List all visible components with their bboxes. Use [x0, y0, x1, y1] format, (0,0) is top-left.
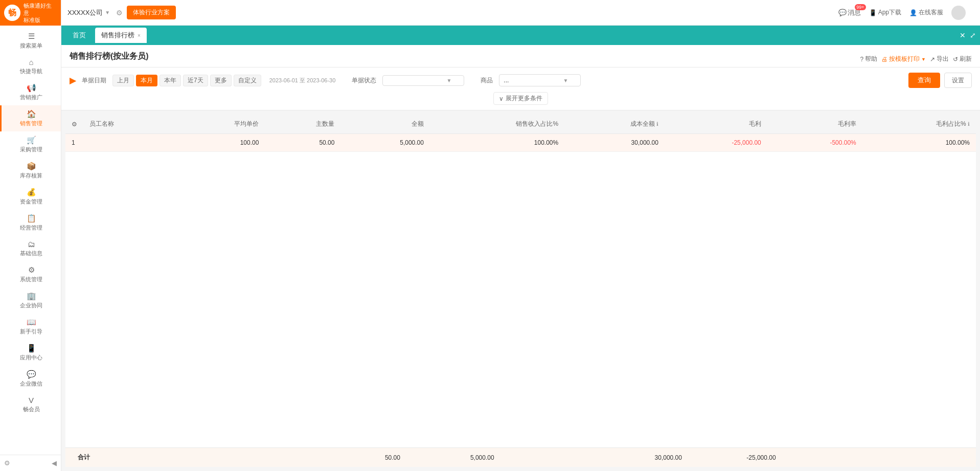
refresh-button[interactable]: ↺ 刷新: [953, 55, 972, 63]
data-table-wrapper: ⚙ 员工名称 平均单价 主数量 全额 销售收入占比% 成本全额 ℹ 毛利 毛利率…: [65, 115, 976, 447]
th-amount: 全额: [340, 115, 430, 134]
sidebar-item-finance-label: 资金管理: [20, 198, 42, 206]
sidebar-item-member-label: 畅会员: [23, 406, 40, 413]
message-badge: 99+: [855, 4, 865, 10]
sidebar-item-system[interactable]: ⚙ 系统管理: [0, 261, 61, 287]
help-icon: ?: [860, 56, 863, 63]
sidebar-settings-icon[interactable]: ⚙: [4, 459, 10, 467]
th-gross: 毛利: [665, 115, 767, 134]
date-range: 2023-06-01 至 2023-06-30: [269, 77, 336, 84]
this-year-btn[interactable]: 本年: [159, 75, 181, 86]
goods-label: 商品: [481, 76, 493, 85]
this-month-btn[interactable]: 本月: [136, 75, 157, 86]
tab-close-icon[interactable]: ×: [138, 33, 141, 38]
service-label: 在线客服: [919, 8, 943, 17]
sidebar-item-member[interactable]: V 畅会员: [0, 392, 61, 417]
sidebar-collapse-icon[interactable]: ◀: [52, 459, 57, 467]
cell-quantity: 50.00: [265, 134, 340, 152]
sales-icon: 🏠: [27, 109, 36, 119]
cell-rank: 1: [65, 134, 83, 152]
sidebar-item-quicknav[interactable]: ⌂ 快捷导航: [0, 54, 61, 79]
sidebar-item-sales[interactable]: 🏠 销售管理: [0, 105, 61, 131]
company-name: XXXXX公司: [67, 8, 103, 17]
goods-select[interactable]: ... ▼: [499, 74, 581, 86]
content-area: 销售排行榜(按业务员) ? 帮助 🖨 按模板打印 ▼ ↗ 导出 ↺ 刷新: [61, 45, 980, 471]
system-icon: ⚙: [28, 265, 35, 275]
online-service-button[interactable]: 👤 在线客服: [909, 8, 943, 17]
logo-line1: 畅康通好生意: [24, 2, 57, 17]
sidebar-item-operations[interactable]: 📋 经营管理: [0, 210, 61, 236]
tabbar: 首页 销售排行榜 × ✕ ⤢: [61, 26, 980, 45]
page-title: 销售排行榜(按业务员): [70, 51, 149, 67]
footer-label: 合计: [78, 454, 90, 461]
logo-line2: 标准版: [24, 16, 57, 24]
settings-button[interactable]: 设置: [944, 73, 972, 88]
custom-btn[interactable]: 自定义: [234, 75, 261, 86]
enterprise-icon: 🏢: [27, 291, 36, 301]
sidebar-item-appcenter[interactable]: 📱 应用中心: [0, 340, 61, 366]
sidebar-item-enterprise[interactable]: 🏢 企业协同: [0, 287, 61, 313]
help-button[interactable]: ? 帮助: [860, 55, 877, 63]
message-button[interactable]: 💬 消息 99+: [838, 8, 861, 17]
footer-label-cell: 合计: [72, 453, 125, 462]
status-chevron-icon: ▼: [446, 78, 451, 83]
sidebar-item-inventory-label: 库存核算: [20, 172, 42, 180]
more-btn[interactable]: 更多: [210, 75, 232, 86]
cell-cost: 30,000.00: [564, 134, 665, 152]
company-selector[interactable]: XXXXX公司 ▼: [67, 8, 110, 17]
sidebar-item-finance[interactable]: 💰 资金管理: [0, 184, 61, 210]
status-select[interactable]: ▼: [382, 75, 464, 86]
window-maximize-icon[interactable]: ⤢: [970, 31, 976, 39]
sidebar-item-search[interactable]: ☰ 搜索菜单: [0, 28, 61, 54]
filter-expand-icon[interactable]: ▶: [70, 76, 76, 85]
sidebar-item-marketing-label: 营销推广: [20, 94, 42, 101]
cost-info-icon: ℹ: [656, 121, 658, 127]
wechat-icon: 💬: [27, 370, 36, 379]
cell-name: [83, 134, 174, 152]
sidebar-item-wechat[interactable]: 💬 企业微信: [0, 366, 61, 392]
search-button[interactable]: 查询: [908, 73, 940, 88]
sidebar-item-guide[interactable]: 📖 新手引导: [0, 313, 61, 340]
message-icon: 💬: [838, 9, 847, 16]
finance-icon: 💰: [27, 188, 36, 197]
basicinfo-icon: 🗂: [28, 240, 35, 249]
sidebar-item-purchase[interactable]: 🛒 采购管理: [0, 131, 61, 158]
cell-amount: 5,000.00: [340, 134, 430, 152]
help-label: 帮助: [865, 55, 877, 63]
th-settings[interactable]: ⚙: [65, 115, 83, 134]
expand-conditions-button[interactable]: ∨ 展开更多条件: [493, 92, 548, 105]
sidebar-item-inventory[interactable]: 📦 库存核算: [0, 158, 61, 184]
member-icon: V: [29, 396, 34, 405]
prev-month-btn[interactable]: 上月: [112, 75, 134, 86]
sidebar-item-marketing[interactable]: 📢 营销推广: [0, 79, 61, 105]
app-download-button[interactable]: 📱 App下载: [869, 8, 901, 17]
recent7-btn[interactable]: 近7天: [183, 75, 208, 86]
search-menu-icon: ☰: [28, 32, 35, 41]
window-close-icon[interactable]: ✕: [960, 31, 966, 39]
table-footer: 合计 50.00 5,000.00 30,000.00 -25,000.00: [65, 447, 976, 467]
tab-home[interactable]: 首页: [65, 28, 93, 43]
cell-gross-rate: -500.00%: [767, 134, 862, 152]
th-sales-pct: 销售收入占比%: [430, 115, 564, 134]
filter-area: ▶ 单据日期 上月 本月 本年 近7天 更多 自定义 2023-06-01 至 …: [61, 68, 980, 110]
filter-right-btns: 查询 设置: [908, 73, 972, 88]
refresh-label: 刷新: [960, 55, 972, 63]
export-icon: ↗: [930, 56, 935, 63]
tab-sales-ranking[interactable]: 销售排行榜 ×: [95, 28, 147, 43]
status-label: 单据状态: [352, 76, 376, 85]
avatar[interactable]: [951, 6, 966, 20]
gear-icon[interactable]: ⚙: [116, 9, 123, 17]
trial-button[interactable]: 体验行业方案: [127, 6, 176, 19]
sidebar-item-basicinfo[interactable]: 🗂 基础信息: [0, 236, 61, 261]
sidebar-bottom: ⚙ ◀: [0, 455, 61, 471]
th-name: 员工名称: [83, 115, 174, 134]
chevron-down-icon: ▼: [105, 10, 110, 15]
print-button[interactable]: 🖨 按模板打印 ▼: [881, 55, 926, 63]
footer-gross-cell: -25,000.00: [688, 454, 782, 461]
tab-sales-ranking-label: 销售排行榜: [101, 31, 134, 40]
sidebar-item-wechat-label: 企业微信: [20, 380, 42, 388]
goods-chevron-icon: ▼: [563, 78, 568, 83]
footer-amount-cell: 5,000.00: [406, 454, 500, 461]
export-button[interactable]: ↗ 导出: [930, 55, 949, 63]
th-cost: 成本全额 ℹ: [564, 115, 665, 134]
